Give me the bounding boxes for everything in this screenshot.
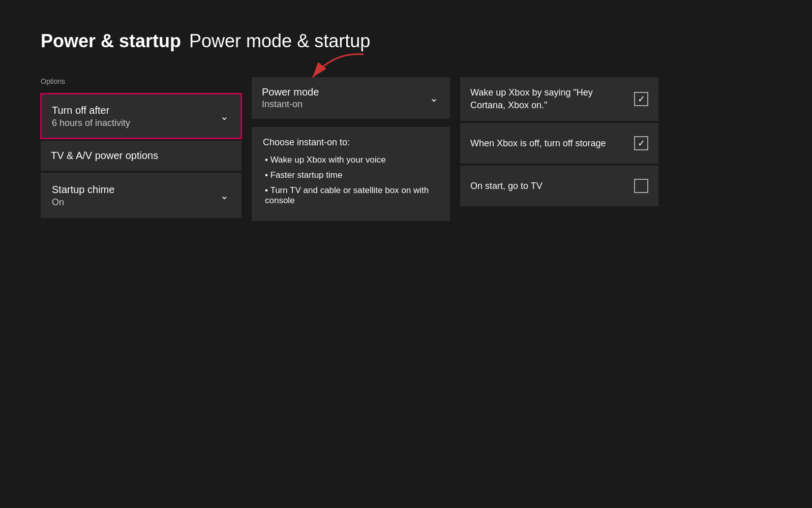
tv-av-item[interactable]: TV & A/V power options [41,141,242,171]
instant-on-item-2: Faster startup time [263,170,439,180]
main-content: Options Turn off after 6 hours of inacti… [41,77,771,221]
options-label: Options [41,77,242,85]
turn-off-text: Turn off after 6 hours of inactivity [52,104,130,129]
instant-on-item-3: Turn TV and cable or satellite box on wi… [263,185,439,206]
turn-off-chevron-icon: ⌄ [218,110,230,122]
middle-column: Power mode Instant-on ⌄ Choose instant-o… [252,77,450,221]
instant-on-header: Choose instant-on to: [263,137,439,148]
turn-off-title: Turn off after [52,104,130,117]
left-column: Options Turn off after 6 hours of inacti… [41,77,242,218]
turn-off-storage-text: When Xbox is off, turn off storage [470,137,634,150]
right-column: Wake up Xbox by saying "Hey Cortana, Xbo… [460,77,658,206]
page-title-bold: Power & startup [41,30,181,52]
power-mode-subtitle: Instant-on [262,99,319,110]
power-mode-title: Power mode [262,86,319,98]
on-start-tv-checkbox[interactable] [634,179,648,193]
startup-chime-subtitle: On [52,197,114,208]
power-mode-text: Power mode Instant-on [262,86,319,110]
wake-up-xbox-checkbox[interactable]: ✓ [634,92,648,106]
wake-up-xbox-checkmark: ✓ [638,94,645,104]
wake-up-xbox-item[interactable]: Wake up Xbox by saying "Hey Cortana, Xbo… [460,77,658,121]
startup-chime-dropdown[interactable]: Startup chime On ⌄ [41,173,242,218]
wake-up-xbox-text: Wake up Xbox by saying "Hey Cortana, Xbo… [470,86,634,112]
turn-off-subtitle: 6 hours of inactivity [52,118,130,129]
power-mode-chevron-icon: ⌄ [428,92,440,104]
turn-off-storage-checkmark: ✓ [638,139,645,148]
turn-off-dropdown[interactable]: Turn off after 6 hours of inactivity ⌄ [41,93,242,139]
turn-off-storage-item[interactable]: When Xbox is off, turn off storage ✓ [460,123,658,164]
startup-chime-title: Startup chime [52,183,114,196]
page-header: Power & startup Power mode & startup [41,30,771,52]
page-title-normal: Power mode & startup [189,30,370,52]
tv-av-title: TV & A/V power options [51,150,158,162]
on-start-tv-text: On start, go to TV [470,180,634,193]
instant-on-info: Choose instant-on to: Wake up Xbox with … [252,127,450,221]
startup-chime-text: Startup chime On [52,183,114,208]
startup-chime-chevron-icon: ⌄ [218,189,230,202]
power-mode-dropdown[interactable]: Power mode Instant-on ⌄ [252,77,450,119]
page-container: Power & startup Power mode & startup Opt… [0,0,812,251]
instant-on-item-1: Wake up Xbox with your voice [263,155,439,165]
turn-off-storage-checkbox[interactable]: ✓ [634,136,648,150]
on-start-tv-item[interactable]: On start, go to TV [460,166,658,206]
